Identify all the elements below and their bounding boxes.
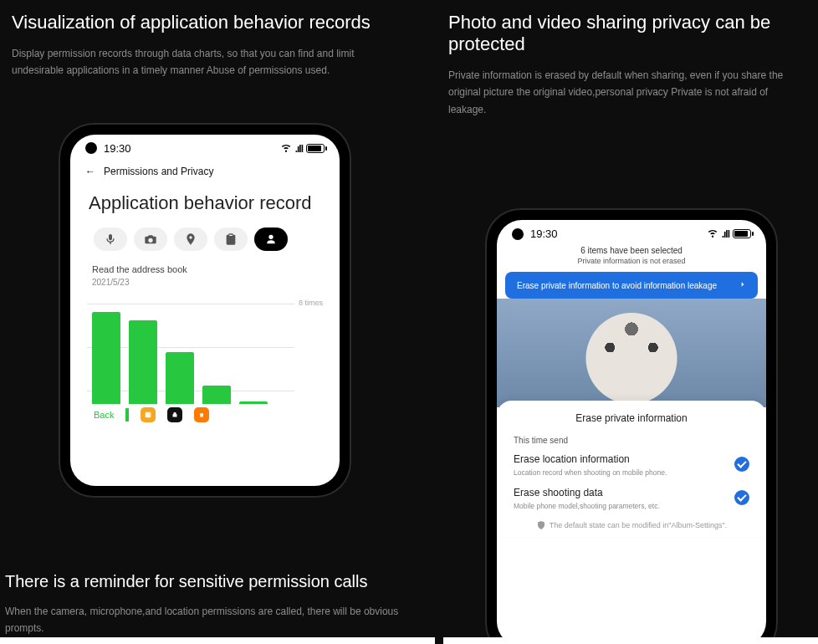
chevron-right-icon [739,280,746,290]
page-title: Application behavior record [70,186,340,224]
app-icon-4[interactable] [194,407,209,422]
front-camera-dot [512,228,524,240]
opt2-check-icon[interactable] [734,490,749,505]
mic-icon [104,233,117,246]
right-headline: Photo and video sharing privacy can be p… [448,12,808,55]
signal-icon [722,227,729,240]
option-erase-shooting[interactable]: Erase shooting data Mobile phone model,s… [514,487,749,510]
bar-5[interactable] [239,401,268,404]
bar-1[interactable] [92,312,120,404]
shield-icon [536,520,546,530]
erase-banner[interactable]: Erase private information to avoid infor… [505,272,758,299]
left-headline: Visualization of application behavior re… [12,12,405,33]
front-camera-dot [85,142,97,154]
left-subtext: Display permission records through data … [12,45,388,79]
location-icon [184,233,197,246]
x-label-back: Back [94,410,114,420]
signal-icon [295,142,303,155]
statusbar: 19:30 [70,135,340,157]
opt2-title: Erase shooting data [514,487,660,498]
behavior-chart: 8 times Back [87,297,323,422]
y-tick-top: 8 times [299,299,323,307]
bar-4[interactable] [202,386,231,404]
svg-rect-0 [146,411,151,417]
bottom-headline: There is a reminder for sensitive permis… [5,572,423,591]
wifi-icon [707,227,718,241]
clock: 19:30 [530,227,558,240]
app-icon-3[interactable] [167,407,182,422]
x-accent-bar [125,408,129,422]
erase-sheet: Erase private information This time send… [497,401,766,537]
banner-text: Erase private information to avoid infor… [517,281,717,290]
opt1-title: Erase location information [514,453,667,465]
statusbar-right: 19:30 [497,220,766,243]
contacts-icon [264,233,278,246]
sheet-hint: This time send [514,436,749,445]
chart-title: Read the address book [70,263,340,276]
preview-image [497,299,766,407]
bar-3[interactable] [166,352,194,404]
location-chip[interactable] [174,227,207,251]
chart-date: 2021/5/23 [70,276,340,295]
opt1-check-icon[interactable] [734,457,749,472]
contacts-chip[interactable] [254,227,288,251]
camera-icon [144,233,157,246]
right-subtext: Private information is erased by default… [448,67,800,118]
app-icon-2[interactable] [141,407,156,422]
divider [443,637,818,644]
bottom-subtext: When the camera, microphone,and location… [5,603,423,637]
opt1-sub: Location record when shooting on mobile … [514,468,667,477]
clock: 19:30 [104,142,131,155]
selection-count: 6 items have been selected [497,246,766,255]
sheet-title: Erase private information [514,412,749,424]
erase-status: Private information is not erased [497,257,766,265]
opt2-sub: Mobile phone model,shooting parameters, … [514,502,660,510]
clipboard-icon [224,233,238,246]
option-erase-location[interactable]: Erase location information Location reco… [514,453,749,477]
camera-chip[interactable] [134,227,167,251]
bar-2[interactable] [129,320,157,404]
wifi-icon [280,141,292,156]
mic-chip[interactable] [94,227,127,251]
divider [0,637,435,644]
battery-icon [733,229,751,238]
sheet-footnote: The default state can be modified in"Alb… [514,520,749,530]
permission-chip-row [70,224,340,263]
back-arrow-icon [85,166,95,177]
clipboard-chip[interactable] [214,227,248,251]
battery-icon [306,144,325,153]
breadcrumb-label: Permissions and Privacy [104,166,213,177]
breadcrumb[interactable]: Permissions and Privacy [70,157,340,186]
